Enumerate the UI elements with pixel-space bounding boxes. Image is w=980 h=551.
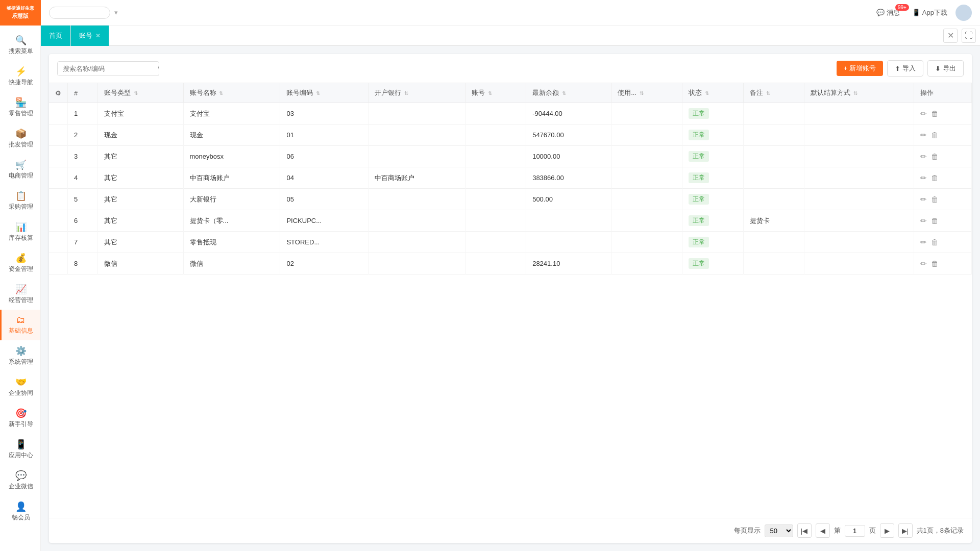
user-avatar[interactable] <box>955 5 972 21</box>
row-checkbox-cell[interactable] <box>49 167 68 189</box>
sidebar-item-wholesale[interactable]: 📦批发管理 <box>0 123 40 154</box>
tab-account[interactable]: 账号 ✕ <box>71 26 109 46</box>
edit-button[interactable]: ✏ <box>920 216 927 226</box>
tab-close-button[interactable]: ✕ <box>95 32 101 39</box>
sidebar-item-operations[interactable]: 📈经营管理 <box>0 279 40 310</box>
per-page-select[interactable]: 50 100 200 <box>765 524 793 537</box>
column-remark[interactable]: 备注 ⇅ <box>744 83 804 103</box>
edit-button[interactable]: ✏ <box>920 259 927 268</box>
sidebar-nav: 🔍搜索菜单⚡快捷导航🏪零售管理📦批发管理🛒电商管理📋采购管理📊库存核算💰资金管理… <box>0 26 40 551</box>
export-button[interactable]: ⬇ 导出 <box>927 60 964 77</box>
row-usage <box>611 124 682 146</box>
sidebar-item-ecommerce[interactable]: 🛒电商管理 <box>0 154 40 185</box>
sidebar-item-guide[interactable]: 🎯新手引导 <box>0 403 40 434</box>
tab-home[interactable]: 首页 <box>41 26 71 46</box>
sidebar-item-basic[interactable]: 🗂基础信息 <box>0 310 40 340</box>
row-default-settle <box>804 167 914 189</box>
row-name: 支付宝 <box>183 103 280 124</box>
row-balance: 383866.00 <box>526 167 611 189</box>
top-search-input[interactable] <box>49 7 110 19</box>
sidebar-label-inventory: 库存核算 <box>9 234 33 242</box>
row-checkbox-cell[interactable] <box>49 103 68 124</box>
column-code[interactable]: 账号编码 ⇅ <box>280 83 369 103</box>
delete-button[interactable]: 🗑 <box>931 259 939 268</box>
row-usage <box>611 210 682 232</box>
tab-minimize-button[interactable]: ✕ <box>943 29 958 43</box>
member-icon: 👤 <box>15 501 27 512</box>
column-usage[interactable]: 使用... ⇅ <box>611 83 682 103</box>
sidebar-label-operations: 经营管理 <box>9 296 33 305</box>
next-page-button[interactable]: ▶ <box>880 523 894 538</box>
delete-button[interactable]: 🗑 <box>931 152 939 161</box>
column-name[interactable]: 账号名称 ⇅ <box>183 83 280 103</box>
row-checkbox-cell[interactable] <box>49 253 68 274</box>
row-ops: ✏ 🗑 <box>914 253 972 274</box>
delete-button[interactable]: 🗑 <box>931 173 939 183</box>
account-search-button[interactable]: 🔍 <box>154 62 159 76</box>
edit-button[interactable]: ✏ <box>920 173 927 183</box>
sidebar-item-app-center[interactable]: 📱应用中心 <box>0 434 40 465</box>
column-bank[interactable]: 开户银行 ⇅ <box>369 83 465 103</box>
column-settings[interactable]: ⚙ <box>49 83 68 103</box>
top-search-dropdown[interactable]: ▾ <box>114 9 118 16</box>
page-input[interactable] <box>845 525 865 537</box>
sidebar-item-retail[interactable]: 🏪零售管理 <box>0 92 40 123</box>
row-checkbox-cell[interactable] <box>49 124 68 146</box>
sidebar-item-enterprise[interactable]: 🤝企业协同 <box>0 371 40 403</box>
sidebar-item-finance[interactable]: 💰资金管理 <box>0 247 40 279</box>
sidebar-item-shortcut[interactable]: ⚡快捷导航 <box>0 61 40 92</box>
row-usage <box>611 253 682 274</box>
table-row: 6 其它 提货卡（零... PICKUPC... 正常 提货卡 ✏ 🗑 <box>49 210 972 232</box>
row-usage <box>611 167 682 189</box>
delete-button[interactable]: 🗑 <box>931 109 939 118</box>
sidebar-item-system[interactable]: ⚙️系统管理 <box>0 340 40 371</box>
row-default-settle <box>804 146 914 167</box>
basic-icon: 🗂 <box>16 315 26 325</box>
sidebar-item-wecom[interactable]: 💬企业微信 <box>0 465 40 496</box>
sidebar-item-member[interactable]: 👤畅会员 <box>0 496 40 527</box>
delete-button[interactable]: 🗑 <box>931 238 939 247</box>
message-button[interactable]: 💬 消息 99+ <box>872 8 904 17</box>
row-name: 大新银行 <box>183 189 280 210</box>
row-type: 其它 <box>98 146 183 167</box>
first-page-button[interactable]: |◀ <box>797 523 812 538</box>
sidebar-item-search[interactable]: 🔍搜索菜单 <box>0 30 40 61</box>
delete-button[interactable]: 🗑 <box>931 195 939 204</box>
row-type: 其它 <box>98 232 183 253</box>
sidebar-item-inventory[interactable]: 📊库存核算 <box>0 216 40 247</box>
row-checkbox-cell[interactable] <box>49 189 68 210</box>
edit-button[interactable]: ✏ <box>920 109 927 118</box>
row-checkbox-cell[interactable] <box>49 146 68 167</box>
table-row: 1 支付宝 支付宝 03 -90444.00 正常 ✏ 🗑 <box>49 103 972 124</box>
prev-page-button[interactable]: ◀ <box>816 523 830 538</box>
row-checkbox-cell[interactable] <box>49 210 68 232</box>
row-balance: 500.00 <box>526 189 611 210</box>
add-account-button[interactable]: + 新增账号 <box>837 61 883 76</box>
delete-button[interactable]: 🗑 <box>931 216 939 226</box>
sidebar-item-purchase[interactable]: 📋采购管理 <box>0 185 40 216</box>
app-download-button[interactable]: 📱 App下载 <box>912 8 947 17</box>
last-page-button[interactable]: ▶| <box>898 523 913 538</box>
row-balance: -90444.00 <box>526 103 611 124</box>
edit-button[interactable]: ✏ <box>920 152 927 161</box>
table-header-row: ⚙ # 账号类型 ⇅ 账号名称 ⇅ 账号编码 ⇅ 开户银行 ⇅ 账号 ⇅ 最新余… <box>49 83 972 103</box>
row-bank: 中百商场账户 <box>369 167 465 189</box>
purchase-icon: 📋 <box>15 190 27 202</box>
column-account[interactable]: 账号 ⇅ <box>465 83 526 103</box>
delete-button[interactable]: 🗑 <box>931 131 939 140</box>
column-default-settle[interactable]: 默认结算方式 ⇅ <box>804 83 914 103</box>
column-status[interactable]: 状态 ⇅ <box>682 83 744 103</box>
account-search-input[interactable] <box>58 62 154 76</box>
column-type[interactable]: 账号类型 ⇅ <box>98 83 183 103</box>
import-button[interactable]: ⬆ 导入 <box>887 60 923 77</box>
tab-fullscreen-button[interactable]: ⛶ <box>962 29 976 43</box>
tab-bar: 首页 账号 ✕ ✕ ⛶ <box>41 26 980 46</box>
row-name: 现金 <box>183 124 280 146</box>
row-checkbox-cell[interactable] <box>49 232 68 253</box>
column-balance[interactable]: 最新余额 ⇅ <box>526 83 611 103</box>
edit-button[interactable]: ✏ <box>920 238 927 247</box>
row-bank <box>369 210 465 232</box>
row-bank <box>369 232 465 253</box>
edit-button[interactable]: ✏ <box>920 195 927 204</box>
edit-button[interactable]: ✏ <box>920 131 927 140</box>
